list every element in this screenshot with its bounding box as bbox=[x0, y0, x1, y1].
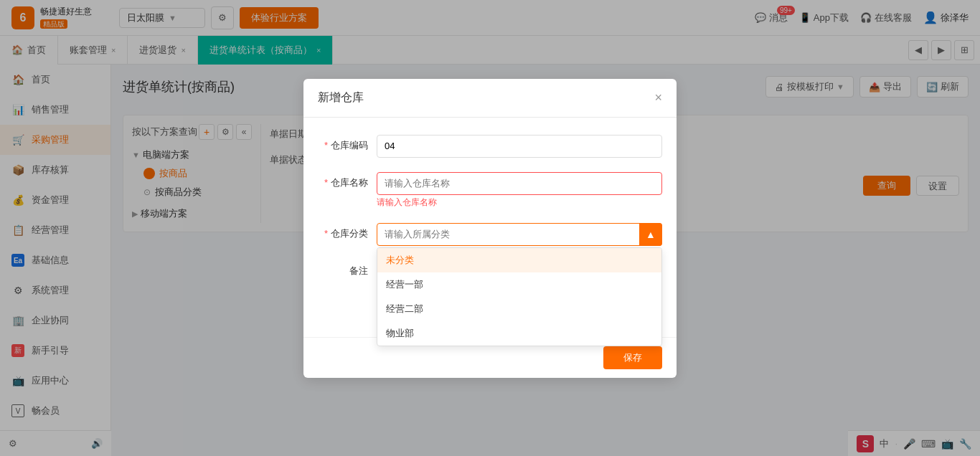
code-field-row: 仓库编码 bbox=[318, 135, 662, 158]
code-input[interactable] bbox=[377, 135, 662, 158]
add-warehouse-modal: 新增仓库 × 仓库编码 仓库名称 请输入仓库名称 仓库分类 bbox=[303, 79, 677, 378]
category-field-row: 仓库分类 ▲ 未分类 经营一部 经营二部 物业部 bbox=[318, 223, 662, 246]
category-option-none[interactable]: 未分类 bbox=[377, 248, 661, 272]
name-label: 仓库名称 bbox=[318, 172, 368, 189]
category-label: 仓库分类 bbox=[318, 223, 368, 240]
modal-body: 仓库编码 仓库名称 请输入仓库名称 仓库分类 ▲ bbox=[303, 118, 677, 337]
modal-overlay: 新增仓库 × 仓库编码 仓库名称 请输入仓库名称 仓库分类 bbox=[0, 0, 980, 456]
category-input-wrapper: ▲ bbox=[377, 223, 662, 246]
name-error-msg: 请输入仓库名称 bbox=[377, 196, 662, 209]
code-label: 仓库编码 bbox=[318, 135, 368, 152]
code-field bbox=[377, 135, 662, 158]
modal-header: 新增仓库 × bbox=[303, 79, 677, 118]
category-field: ▲ 未分类 经营一部 经营二部 物业部 bbox=[377, 223, 662, 246]
category-option-dept2[interactable]: 经营二部 bbox=[377, 297, 661, 321]
category-option-dept1[interactable]: 经营一部 bbox=[377, 272, 661, 297]
category-input[interactable] bbox=[377, 223, 662, 246]
category-option-property[interactable]: 物业部 bbox=[377, 321, 661, 346]
modal-title: 新增仓库 bbox=[318, 90, 364, 105]
category-dropdown: 未分类 经营一部 经营二部 物业部 bbox=[377, 247, 662, 346]
modal-save-btn[interactable]: 保存 bbox=[603, 346, 662, 369]
name-input[interactable] bbox=[377, 172, 662, 195]
modal-close-btn[interactable]: × bbox=[654, 91, 662, 104]
notes-label: 备注 bbox=[318, 260, 368, 277]
name-field-row: 仓库名称 请输入仓库名称 bbox=[318, 172, 662, 209]
category-toggle-btn[interactable]: ▲ bbox=[639, 223, 662, 246]
name-field: 请输入仓库名称 bbox=[377, 172, 662, 209]
